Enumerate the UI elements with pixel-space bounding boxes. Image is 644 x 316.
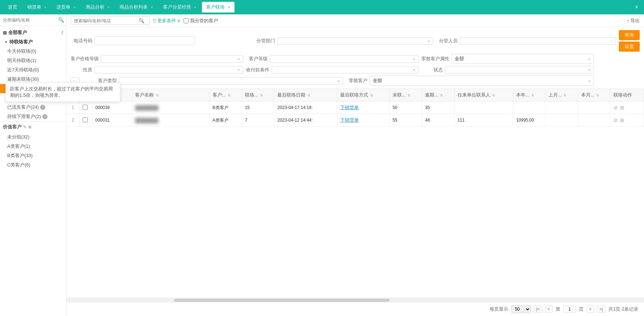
nav-customer-contact[interactable]: 客户联络 × xyxy=(202,2,234,13)
status-select[interactable]: ∨ xyxy=(445,66,594,74)
method-sort-icon[interactable]: ⇅ xyxy=(370,93,373,97)
sidebar-search-input[interactable] xyxy=(3,18,57,23)
nav-sales[interactable]: 销货单 × xyxy=(23,2,51,13)
per-page-label: 每页显示 xyxy=(490,306,508,312)
prev-page-btn[interactable]: < xyxy=(545,306,553,313)
query-button[interactable]: 查询 xyxy=(619,30,640,40)
value-customer-edit-icon[interactable]: ✎ xyxy=(23,124,27,129)
last-month-sort-icon[interactable]: ⇅ xyxy=(564,93,566,97)
search-icon[interactable]: 🔍 xyxy=(139,18,144,23)
search-input[interactable] xyxy=(74,18,139,23)
col-contacts: 往来单位联系人 ⇅ xyxy=(454,89,513,102)
row-2-last-date: 2023-04-12 14:44: xyxy=(274,114,337,127)
name-sort-icon[interactable]: ⇅ xyxy=(156,93,159,97)
manager-select[interactable]: ··· xyxy=(460,37,616,45)
declining-help-icon[interactable]: ? xyxy=(42,114,47,119)
sidebar-pending-contact-group[interactable]: ▼ 待联络客户 xyxy=(0,37,66,47)
sidebar-class-a[interactable]: A类客户(1) xyxy=(0,142,66,151)
contact-sort-icon[interactable]: ⇅ xyxy=(260,93,263,97)
col-contact-count: 联络... ⇅ xyxy=(242,89,274,102)
row-2-checkbox[interactable] xyxy=(83,117,88,122)
filter-customer-level: 客户等级 ∨ xyxy=(246,55,418,63)
row-1-link-icon[interactable]: ⊘ xyxy=(613,105,618,110)
page-number-input[interactable] xyxy=(563,306,576,313)
sidebar-today-pending[interactable]: 今天待联络(0) xyxy=(0,47,66,56)
sidebar-all-customers[interactable]: ⊞ 全部客户 《 xyxy=(0,28,66,37)
lost-help-icon[interactable]: ? xyxy=(40,105,45,110)
sidebar-declining[interactable]: 持续下滑客户(2) ? xyxy=(0,112,66,121)
row-2-class: A类客户 xyxy=(209,114,242,127)
sidebar-7day-pending[interactable]: 近7天待联络(0) xyxy=(0,65,66,75)
contacts-sort-icon[interactable]: ⇅ xyxy=(492,93,495,97)
filter-row-4: ··· 客户类型 ∨ 零散客户 全部 ∨ xyxy=(71,76,640,86)
retail-attr-arrow: ∨ xyxy=(588,57,590,61)
value-customer-settings-icon[interactable]: ⊕ xyxy=(28,124,32,129)
sidebar-tomorrow-pending[interactable]: 明天待联络(1) xyxy=(0,56,66,65)
row-1-class: B类客户 xyxy=(209,102,242,114)
payment-arrow: ∨ xyxy=(413,68,415,72)
scroll-thumb[interactable] xyxy=(174,299,390,302)
this-month-sort-icon[interactable]: ⇅ xyxy=(596,93,599,97)
dept-select[interactable]: ∨ xyxy=(277,37,434,45)
customer-level-select[interactable]: ∨ xyxy=(270,55,418,63)
nav-home[interactable]: 首页 xyxy=(4,2,22,13)
table-area: ⚙ 客户编码 ⇅ 客户名称 ⇅ xyxy=(66,89,644,298)
sidebar-lost[interactable]: 已流失客户(24) ? xyxy=(0,103,66,112)
filter-retail-customer: 零散客户 全部 ∨ xyxy=(346,76,594,86)
export-button[interactable]: ↑ 导出 xyxy=(627,18,640,24)
phone-input[interactable] xyxy=(94,37,195,45)
content-area: 🔍 ▽ 更多条件 ∨ 我分管的客户 ↑ 导出 电话号码 xyxy=(66,14,644,316)
row-1-contacts xyxy=(454,102,513,114)
row-1-grid-icon[interactable]: ⊞ xyxy=(620,105,624,110)
app-close-button[interactable]: × xyxy=(633,3,640,11)
toolbar: 🔍 ▽ 更多条件 ∨ 我分管的客户 ↑ 导出 xyxy=(66,14,644,27)
col-name: 客户名称 ⇅ xyxy=(132,89,209,102)
sidebar-class-b[interactable]: B类客户(33) xyxy=(0,151,66,160)
first-page-btn[interactable]: |< xyxy=(534,306,542,313)
filter-settings-button[interactable]: 设置 xyxy=(619,42,640,52)
retail-customer-select[interactable]: 全部 ∨ xyxy=(370,76,594,86)
col-last-contact-method: 最后联络方式 ⇅ xyxy=(337,89,390,102)
sidebar-class-c[interactable]: C类客户(6) xyxy=(0,160,66,170)
horizontal-scrollbar[interactable] xyxy=(66,298,644,302)
retail-attr-select[interactable]: 全部 ∨ xyxy=(451,54,594,64)
row-2-num: 2 xyxy=(66,114,79,127)
nav-customer-contact-close[interactable]: × xyxy=(228,5,230,9)
customer-type-select[interactable]: ∨ xyxy=(119,77,343,85)
sidebar-unclassified[interactable]: 未分组(32) xyxy=(0,132,66,142)
nav-customer-tier-close[interactable]: × xyxy=(194,5,196,9)
row-2-contacts: 111 xyxy=(454,114,513,127)
unlisted-sort-icon[interactable]: ⇅ xyxy=(408,93,411,97)
year-sort-icon[interactable]: ⇅ xyxy=(531,93,534,97)
nav-product-analysis-list[interactable]: 商品分析列表 × xyxy=(115,2,157,13)
more-conditions-btn[interactable]: ▽ 更多条件 ∨ xyxy=(153,18,181,24)
last-page-btn[interactable]: >| xyxy=(597,306,606,313)
row-2-grid-icon[interactable]: ⊞ xyxy=(620,117,624,123)
price-level-select[interactable]: ∨ xyxy=(101,55,243,63)
filter-status: 状态 ∨ xyxy=(421,66,594,74)
retail-attr-label: 零散客户属性 xyxy=(421,56,449,62)
class-sort-icon[interactable]: ⇅ xyxy=(228,93,231,97)
nav-product-analysis[interactable]: 商品分析 × xyxy=(82,2,114,13)
nav-purchase[interactable]: 进货单 × xyxy=(52,2,80,13)
nav-customer-tier[interactable]: 客户分层经营 × xyxy=(159,2,200,13)
gender-select[interactable]: ∨ xyxy=(94,66,243,74)
sidebar-collapse-icon[interactable]: 《 xyxy=(59,30,63,36)
my-customers-checkbox[interactable] xyxy=(184,18,189,23)
filter-icon: ▽ xyxy=(153,18,156,23)
filter-manager: 分管人员 ··· xyxy=(436,37,616,45)
row-1-num: 1 xyxy=(66,102,79,114)
per-page-select[interactable]: 50 100 200 xyxy=(511,305,531,313)
nav-product-analysis-close[interactable]: × xyxy=(107,5,110,9)
payment-select[interactable]: ∨ xyxy=(272,66,418,74)
sidebar-search-icon[interactable]: 🔍 xyxy=(58,17,64,23)
next-page-btn[interactable]: > xyxy=(587,306,594,313)
nav-product-list-close[interactable]: × xyxy=(150,5,153,9)
nav-sales-close[interactable]: × xyxy=(44,5,46,9)
row-2-link-icon[interactable]: ⊘ xyxy=(613,117,618,123)
overdue-sort-icon[interactable]: ⇅ xyxy=(440,93,443,97)
nav-purchase-close[interactable]: × xyxy=(73,5,75,9)
row-2-checkbox-cell xyxy=(79,114,92,127)
date-sort-icon[interactable]: ⇅ xyxy=(307,93,310,97)
row-1-checkbox[interactable] xyxy=(83,105,88,110)
